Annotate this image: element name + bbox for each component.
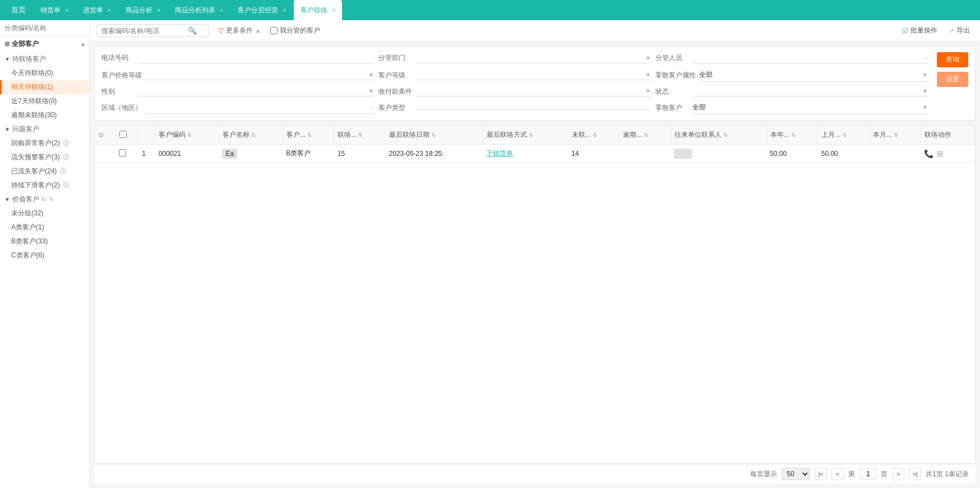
query-button[interactable]: 查询 (937, 52, 968, 67)
last-page-btn[interactable]: >| (909, 468, 921, 480)
nav-product-analysis[interactable]: 商品分析 × (119, 0, 167, 20)
sidebar-item-overdue-pending[interactable]: 逾期未联络(30) (0, 108, 89, 122)
dots-icon[interactable]: ··· (922, 54, 928, 62)
per-page-select[interactable]: 50 100 200 (782, 468, 810, 480)
region-label: 区域（地区） (101, 103, 142, 113)
col-this-month[interactable]: 本月... ⇅ (869, 126, 921, 145)
col-gear: ⚙ (95, 126, 115, 145)
status-select[interactable]: ▼ (692, 86, 928, 96)
sidebar-item-c-class[interactable]: C类客户(6) (0, 248, 89, 263)
row-action-cell: 📞 ⊞ (921, 145, 974, 163)
first-page-btn[interactable]: |< (815, 468, 827, 480)
nav-close-list[interactable]: × (220, 7, 223, 13)
region-select[interactable]: ··· (145, 102, 374, 114)
nav-close-contact[interactable]: × (332, 7, 335, 13)
filter-row-2: 客户价格等级 ▼ 客户等级 ▼ (101, 68, 928, 82)
retail-attr-label: 零散客户属性 (655, 71, 696, 80)
col-type[interactable]: 客户... ⇅ (283, 126, 334, 145)
row-un-contact-cell: 14 (568, 145, 620, 163)
col-name[interactable]: 客户名称 ⇅ (219, 126, 283, 145)
col-contact[interactable]: 联络... ⇅ (334, 126, 386, 145)
person-select[interactable]: ··· (692, 52, 928, 64)
filter-person: 分管人员 ··· (655, 52, 928, 64)
nav-sales-order[interactable]: 销货单 × (34, 0, 75, 20)
my-customers-checkbox-label[interactable]: 我分管的客户 (270, 26, 320, 35)
col-this-year[interactable]: 本年... ⇅ (766, 126, 818, 145)
customer-table: ⚙ 客户编码 ⇅ (95, 126, 975, 163)
col-last-date[interactable]: 最后联络日期 ⇅ (386, 126, 483, 145)
collapse-icon[interactable]: « (81, 41, 85, 48)
select-all-checkbox[interactable] (119, 131, 127, 138)
sidebar-item-churned[interactable]: 已流失客户(24) ⓪ (0, 164, 89, 178)
customer-level-select[interactable]: ▼ (415, 70, 651, 80)
col-un-contact[interactable]: 未联... ⇅ (568, 126, 620, 145)
value-group[interactable]: ▼ 价值客户 ↻ ✎ (0, 192, 89, 206)
retail-attr-select[interactable]: 全部 ▼ (699, 68, 928, 82)
nav-customer-contact[interactable]: 客户联络 × (294, 0, 342, 20)
sort-icon-this-year: ⇅ (791, 132, 796, 138)
row-checkbox[interactable] (119, 149, 126, 156)
chevron-down-icon7: ▼ (922, 88, 928, 94)
grid-action-icon[interactable]: ⊞ (937, 149, 944, 158)
dept-select[interactable]: ▼ (415, 53, 651, 63)
sort-icon-related: ⇅ (723, 132, 728, 138)
phone-label: 电话号码 (101, 53, 135, 63)
phone-input[interactable] (138, 52, 374, 64)
phone-action-icon[interactable]: 📞 (924, 149, 933, 158)
col-last-method[interactable]: 最后联络方式 ⇅ (483, 126, 568, 145)
sort-icon-last-month: ⇅ (842, 132, 847, 138)
batch-operation-btn[interactable]: ☑ 批量操作 (899, 24, 941, 37)
price-level-select[interactable]: ▼ (145, 70, 374, 80)
sidebar-item-7day-pending[interactable]: 近7天待联络(0) (0, 94, 89, 108)
next-page-btn[interactable]: > (892, 468, 904, 480)
row-last-month-cell: 50.00 (818, 145, 870, 163)
sidebar-search-input[interactable] (4, 24, 89, 32)
col-last-month[interactable]: 上月... ⇅ (818, 126, 870, 145)
row-this-month-cell (869, 145, 921, 163)
nav-close-purchase[interactable]: × (108, 7, 111, 13)
export-btn[interactable]: ↗ 导出 (945, 24, 973, 37)
sidebar: 🔍 ⊞ 全部客户 « ▼ 待联络客户 今天待联络(0) 明天待联络(1) 近7天… (0, 20, 90, 488)
sidebar-item-declining[interactable]: 持续下滑客户(2) ⓪ (0, 178, 89, 192)
my-customers-checkbox[interactable] (270, 27, 278, 34)
chevron-down-icon5: ▼ (368, 88, 374, 94)
chevron-down-icon4: ▼ (922, 72, 928, 78)
gear-icon[interactable]: ⚙ (98, 131, 104, 139)
sidebar-item-tomorrow-pending[interactable]: 明天待联络(1) (0, 80, 89, 94)
all-customers-section[interactable]: ⊞ 全部客户 « (0, 36, 89, 52)
nav-purchase-order[interactable]: 进货单 × (76, 0, 118, 20)
chevron-down-icon3: ▼ (645, 72, 651, 78)
sort-icon-overdue: ⇅ (644, 132, 648, 138)
customer-type-select[interactable] (415, 106, 651, 110)
page-number-input[interactable] (859, 468, 876, 480)
nav-close-sales[interactable]: × (65, 7, 68, 13)
dots-icon2[interactable]: ··· (368, 104, 374, 112)
col-code[interactable]: 客户编码 ⇅ (155, 126, 219, 145)
toolbar-search-input[interactable] (101, 27, 186, 35)
problem-group[interactable]: ▼ 问题客户 (0, 122, 89, 136)
sidebar-item-a-class[interactable]: A类客户(1) (0, 220, 89, 234)
prev-page-btn[interactable]: < (831, 468, 844, 480)
row-overdue-cell (620, 145, 671, 163)
nav-home[interactable]: 首页 (4, 0, 33, 20)
filter-more-btn[interactable]: ▽ 更多条件 ▲ (213, 24, 266, 38)
pending-group[interactable]: ▼ 待联络客户 (0, 52, 89, 66)
nav-close-stratify[interactable]: × (283, 7, 286, 13)
dept-label: 分管部门 (378, 53, 412, 63)
sidebar-item-ungrouped[interactable]: 未分组(32) (0, 206, 89, 220)
nav-product-analysis-list[interactable]: 商品分析列表 × (168, 0, 230, 20)
col-related-person[interactable]: 往来单位联系人 ⇅ (671, 126, 766, 145)
col-overdue[interactable]: 逾期... ⇅ (620, 126, 671, 145)
nav-close-product[interactable]: × (157, 7, 160, 13)
payment-select[interactable]: ▼ (415, 86, 651, 96)
sidebar-item-today-pending[interactable]: 今天待联络(0) (0, 66, 89, 80)
sidebar-item-abnormal[interactable]: 回购异常客户(2) ⓪ (0, 136, 89, 150)
nav-customer-stratify[interactable]: 客户分层经营 × (231, 0, 293, 20)
settings-button[interactable]: 设置 (937, 72, 968, 87)
toolbar-search-icon[interactable]: 🔍 (188, 26, 197, 35)
sidebar-item-churn-warning[interactable]: 流失预警客户(3) ⓪ (0, 150, 89, 164)
retail-customer-select[interactable]: 全部 ▼ (692, 101, 928, 114)
last-method-link[interactable]: 下销货单 (486, 149, 513, 157)
gender-select[interactable]: ▼ (138, 86, 374, 96)
sidebar-item-b-class[interactable]: B类客户(33) (0, 234, 89, 248)
